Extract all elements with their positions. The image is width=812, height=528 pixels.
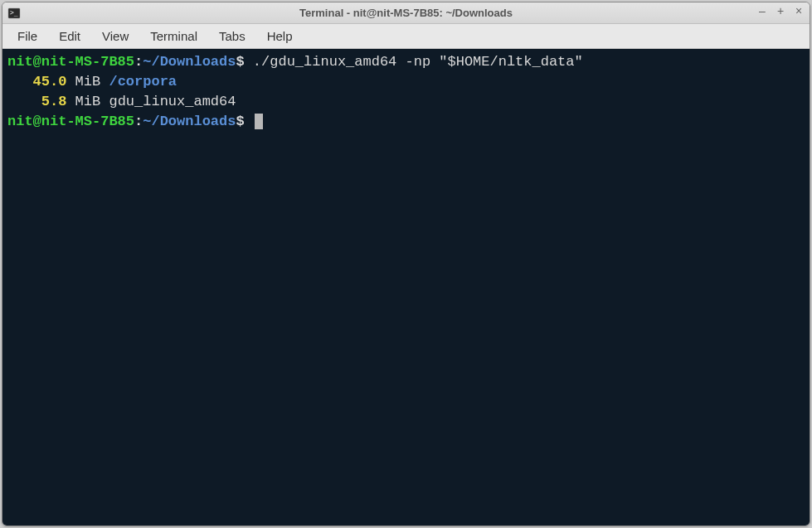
titlebar[interactable]: >_ Terminal - nit@nit-MS-7B85: ~/Downloa… [2, 2, 810, 24]
close-button[interactable]: × [793, 5, 805, 17]
prompt-user-host: nit@nit-MS-7B85 [7, 114, 134, 129]
output-line: 5.8 MiB gdu_linux_amd64 [7, 92, 805, 112]
menu-edit[interactable]: Edit [49, 26, 90, 46]
directory-name: /corpora [109, 74, 177, 90]
prompt-colon: : [134, 54, 143, 70]
prompt-line-2: nit@nit-MS-7B85:~/Downloads$ [7, 112, 805, 132]
size-pad [7, 94, 41, 109]
menu-view[interactable]: View [92, 26, 139, 46]
size-unit: MiB [66, 74, 109, 90]
cursor [255, 114, 263, 129]
prompt-dollar: $ [236, 54, 244, 70]
menu-help[interactable]: Help [257, 26, 303, 46]
prompt-user-host: nit@nit-MS-7B85 [7, 54, 134, 70]
prompt-dollar: $ [236, 114, 244, 129]
terminal-content[interactable]: nit@nit-MS-7B85:~/Downloads$ ./gdu_linux… [2, 49, 810, 526]
menubar: File Edit View Terminal Tabs Help [2, 24, 810, 49]
menu-file[interactable]: File [7, 26, 47, 46]
prompt-path: ~/Downloads [143, 114, 236, 129]
command-text: ./gdu_linux_amd64 -np "$HOME/nltk_data" [245, 54, 583, 70]
svg-text:>_: >_ [10, 9, 18, 17]
window-controls: – + × [756, 5, 805, 17]
prompt-line-1: nit@nit-MS-7B85:~/Downloads$ ./gdu_linux… [7, 52, 805, 72]
menu-terminal[interactable]: Terminal [140, 26, 207, 46]
size-value: 45.0 [33, 74, 67, 90]
prompt-colon: : [134, 114, 143, 129]
output-line: 45.0 MiB /corpora [7, 72, 805, 92]
prompt-path: ~/Downloads [143, 54, 236, 70]
terminal-window: >_ Terminal - nit@nit-MS-7B85: ~/Downloa… [2, 2, 810, 526]
terminal-app-icon: >_ [7, 7, 21, 20]
file-name: gdu_linux_amd64 [109, 94, 236, 109]
maximize-button[interactable]: + [775, 5, 786, 17]
menu-tabs[interactable]: Tabs [209, 26, 255, 46]
minimize-button[interactable]: – [756, 5, 768, 17]
size-unit: MiB [66, 94, 109, 109]
size-pad [7, 74, 33, 90]
size-value: 5.8 [41, 94, 67, 109]
window-title: Terminal - nit@nit-MS-7B85: ~/Downloads [299, 7, 513, 19]
